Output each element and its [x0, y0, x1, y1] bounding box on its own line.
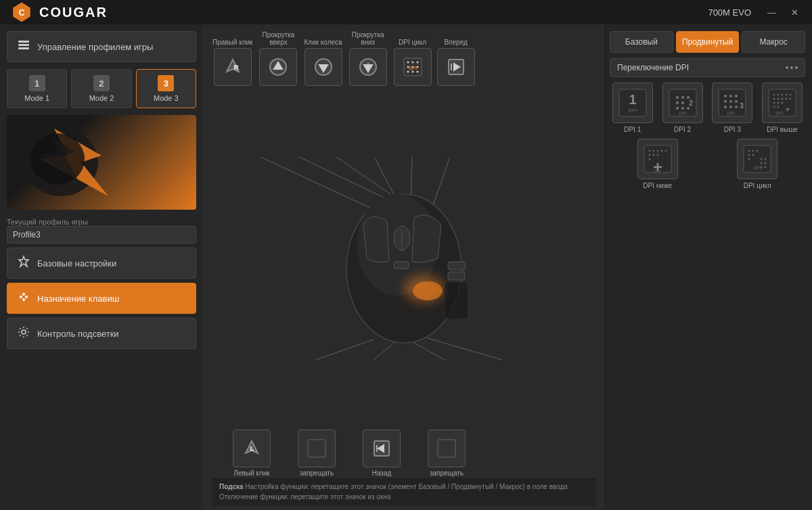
svg-text:+: + [786, 105, 790, 114]
basic-settings-label: Базовые настройки [37, 258, 116, 269]
dpi-cycle-right-label: DPI цикл [744, 182, 771, 189]
profile-management-icon [17, 39, 30, 55]
hint-area: Подска Настройка функции: перетащите это… [212, 477, 595, 506]
svg-rect-2 [18, 41, 29, 43]
basic-settings-icon [17, 255, 30, 271]
svg-point-82 [676, 107, 679, 110]
svg-text:DPI: DPI [409, 66, 417, 70]
dpi-higher-label: DPI выше [767, 126, 798, 133]
svg-point-105 [773, 98, 775, 100]
dpi-cycle-right-item: DPI DPI цикл [710, 139, 806, 189]
dpi-selector[interactable]: Переключение DPI [610, 58, 805, 77]
scroll-down-item: Прокрутка вниз [348, 31, 388, 86]
svg-point-135 [752, 154, 754, 156]
close-button[interactable]: ✕ [788, 6, 801, 19]
profile-management-button[interactable]: Управление профилем игры [7, 31, 196, 62]
svg-text:DPI: DPI [654, 169, 661, 173]
dpi3-icon[interactable]: 3 DPI [712, 83, 752, 123]
dpi-lower-label: DPI ниже [643, 182, 672, 189]
left-click-item: L Левый клик [233, 430, 271, 477]
profile-name-input[interactable] [7, 226, 196, 244]
back-item: Назад [363, 430, 401, 477]
svg-point-14 [22, 330, 26, 334]
dpi1-label: DPI 1 [624, 126, 641, 133]
dpi1-icon[interactable]: 1 DPI [612, 83, 653, 123]
svg-rect-60 [445, 282, 468, 319]
svg-line-48 [336, 157, 390, 194]
svg-point-137 [761, 158, 763, 160]
mode1-button[interactable]: 1 Mode 1 [7, 69, 67, 108]
profile-section: Текущий профиль игры [7, 215, 196, 244]
forward-icon[interactable] [437, 48, 475, 86]
tab-macro[interactable]: Макрос [742, 31, 805, 53]
svg-point-77 [676, 96, 679, 99]
right-click-icon[interactable]: R [214, 48, 252, 86]
forbidden2-icon[interactable] [428, 430, 466, 467]
tabs-row: Базовый Продвинутый Макрос [610, 31, 805, 53]
scroll-down-label: Прокрутка вниз [348, 31, 388, 46]
scroll-down-icon[interactable] [349, 48, 387, 86]
svg-text:2: 2 [689, 99, 693, 107]
scroll-up-icon[interactable] [259, 48, 297, 86]
svg-line-46 [261, 157, 377, 211]
svg-text:3: 3 [740, 102, 744, 110]
svg-point-112 [782, 102, 784, 104]
svg-point-79 [687, 96, 690, 99]
svg-point-121 [660, 150, 662, 152]
dpi2-item: 2 DPI DPI 2 [660, 83, 706, 133]
tab-advanced[interactable]: Продвинутый [676, 31, 740, 53]
basic-settings-button[interactable]: Базовые настройки [7, 248, 196, 279]
back-icon[interactable] [363, 430, 401, 467]
mode2-num: 2 [93, 75, 110, 91]
dpi-higher-item: + DPI DPI выше [759, 83, 805, 133]
dpi2-label: DPI 2 [674, 126, 691, 133]
svg-point-41 [416, 71, 418, 73]
svg-point-108 [786, 98, 788, 100]
backlight-icon [17, 325, 30, 342]
right-click-item: Правый клик R [212, 39, 252, 86]
svg-point-96 [735, 106, 738, 108]
device-name: 700M EVO [708, 7, 751, 18]
svg-point-80 [676, 101, 679, 104]
svg-point-57 [413, 281, 443, 300]
svg-point-126 [648, 158, 650, 160]
svg-rect-61 [394, 262, 409, 269]
dpi-lower-icon[interactable]: DPI [637, 139, 678, 179]
cougar-silhouette-icon [14, 122, 122, 203]
dpi-menu-dots[interactable] [786, 66, 798, 69]
left-click-icon[interactable]: L [233, 430, 271, 467]
forbidden1-icon[interactable] [298, 430, 336, 467]
svg-point-78 [681, 96, 684, 99]
svg-point-95 [729, 106, 732, 108]
mode2-button[interactable]: 2 Mode 2 [71, 69, 131, 108]
svg-rect-68 [308, 440, 325, 457]
backlight-control-button[interactable]: Контроль подсветки [7, 318, 196, 349]
svg-point-110 [773, 102, 775, 104]
svg-point-84 [687, 107, 690, 110]
svg-rect-58 [448, 262, 465, 270]
svg-text:DPI: DPI [628, 108, 637, 114]
app-title: COUGAR [39, 5, 108, 20]
left-click-label: Левый клик [233, 469, 269, 477]
svg-point-11 [22, 293, 25, 296]
mode3-button[interactable]: 3 Mode 3 [136, 69, 196, 108]
svg-text:DPI: DPI [679, 111, 687, 116]
window-controls: — ✕ [765, 6, 801, 19]
wheel-click-label: Клик колеса [304, 39, 342, 46]
svg-point-90 [735, 95, 738, 97]
wheel-click-icon[interactable] [304, 48, 342, 86]
minimize-button[interactable]: — [765, 6, 779, 19]
backlight-label: Контроль подсветки [37, 329, 119, 339]
scroll-up-item: Прокрутка вверх [258, 31, 298, 86]
tab-basic[interactable]: Базовый [610, 31, 673, 53]
dpi2-icon[interactable]: 2 DPI [662, 83, 703, 123]
dpi-higher-icon[interactable]: + DPI [762, 83, 803, 123]
cougar-logo-icon: C [11, 1, 32, 23]
dpi-cycle-item: DPI цикл DPI [394, 39, 432, 86]
svg-point-12 [25, 296, 28, 298]
svg-point-133 [757, 150, 759, 152]
key-assignment-button[interactable]: Назначение клавиш [7, 283, 196, 314]
dpi-cycle-right-icon[interactable]: DPI [737, 139, 777, 179]
dpi-cycle-icon[interactable]: DPI [394, 48, 432, 86]
svg-point-38 [416, 66, 418, 68]
